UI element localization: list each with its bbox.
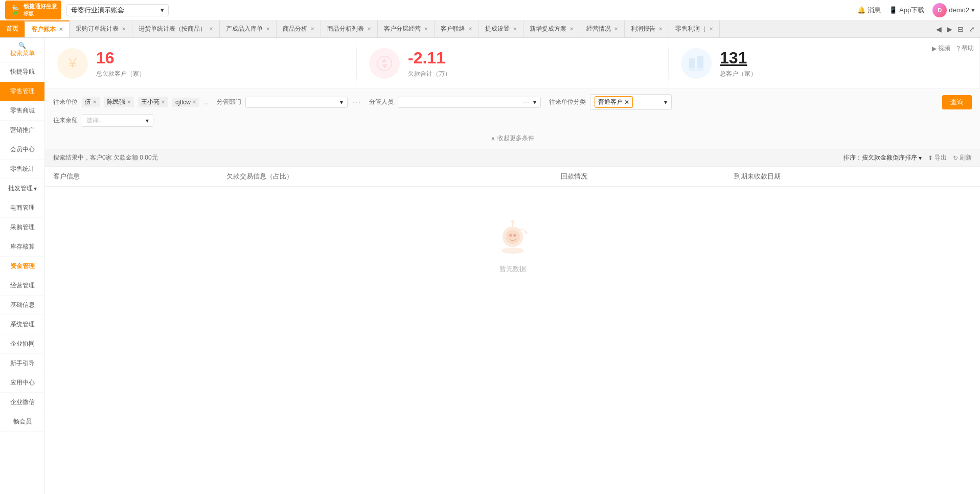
query-button[interactable]: 查询: [942, 95, 972, 109]
close-customer-type-tag[interactable]: ✕: [624, 99, 629, 106]
sidebar-item-retail-stats[interactable]: 零售统计: [0, 160, 44, 179]
tab-product-analysis[interactable]: 商品分析 ✕: [277, 20, 321, 38]
tab-production[interactable]: 产成品入库单 ✕: [220, 20, 277, 38]
close-tag-wang[interactable]: ✕: [161, 99, 165, 105]
user-label: demo2: [949, 6, 969, 14]
sidebar-search[interactable]: 🔍 搜索菜单: [0, 38, 44, 62]
tab-home[interactable]: 首页: [0, 20, 25, 38]
sidebar-item-basic-info[interactable]: 基础信息: [0, 296, 44, 315]
balance-select[interactable]: 选择... ▾: [82, 114, 153, 127]
message-btn[interactable]: 🔔 消息: [857, 6, 881, 15]
sidebar-item-app-center[interactable]: 应用中心: [0, 373, 44, 393]
tab-purchase-summary[interactable]: 采购订单统计表 ✕: [70, 20, 132, 38]
tab-expand-icon[interactable]: ⊟: [955, 24, 966, 34]
close-tab-production[interactable]: ✕: [266, 26, 270, 32]
balance-filter-label: 往来余额: [53, 116, 78, 125]
app-download-btn[interactable]: 📱 App下载: [889, 6, 924, 15]
product-analysis-tab-label: 商品分析: [283, 25, 307, 33]
propose-settings-tab-label: 提成设置: [485, 25, 510, 33]
tab-biz-status[interactable]: 经营情况 ✕: [580, 20, 625, 38]
logo-text: 畅捷通好生意: [24, 3, 57, 10]
sidebar-item-ecom-mgmt[interactable]: 电商管理: [0, 198, 44, 218]
help-btn[interactable]: ? 帮助: [956, 44, 974, 53]
sidebar-item-newbie[interactable]: 新手引导: [0, 354, 44, 373]
sidebar-item-biz-mgmt[interactable]: 经营管理: [0, 276, 44, 296]
close-tag-chen[interactable]: ✕: [127, 99, 131, 105]
close-tab-customer-segment[interactable]: ✕: [424, 26, 428, 32]
sidebar-item-enterprise[interactable]: 企业协同: [0, 334, 44, 354]
unit-class-filter-label: 往来单位分类: [549, 98, 586, 106]
close-tab-propose-settings[interactable]: ✕: [513, 26, 517, 32]
app-label: App下载: [899, 6, 924, 15]
sort-select[interactable]: 排序：按欠款金额倒序排序 ▾: [844, 153, 922, 162]
close-tab-retail-profit[interactable]: ✕: [709, 26, 713, 32]
tab-retail-profit[interactable]: 零售利润（ ✕: [669, 20, 720, 38]
filter-more-tags[interactable]: ...: [203, 99, 209, 106]
tab-propose-settings[interactable]: 提成设置 ✕: [479, 20, 523, 38]
close-tag-wu[interactable]: ✕: [93, 99, 97, 105]
col-overdue-info: 欠款交易信息（占比）: [218, 167, 553, 187]
manager-select[interactable]: ⋯ ▾: [398, 97, 541, 108]
close-tab-product-analysis[interactable]: ✕: [310, 26, 314, 32]
sidebar-item-purchase-mgmt[interactable]: 采购管理: [0, 218, 44, 237]
tab-add-proposal[interactable]: 新增提成方案 ✕: [523, 20, 580, 38]
svg-point-12: [511, 220, 514, 223]
svg-marker-1: [381, 58, 386, 62]
video-btn[interactable]: ▶ 视频: [932, 44, 950, 53]
filter-tag-chen[interactable]: 陈民强 ✕: [104, 97, 134, 107]
sidebar-item-finance-mgmt[interactable]: 资金管理: [0, 257, 44, 276]
results-summary: 搜索结果中，客户0家 欠款金额 0.00元: [53, 153, 158, 162]
sidebar-item-retail-shop[interactable]: 零售商城: [0, 101, 44, 121]
sidebar-item-retail-mgmt[interactable]: 零售管理: [0, 82, 44, 101]
close-tab-profit-report[interactable]: ✕: [658, 26, 663, 32]
sidebar-quick-nav[interactable]: 快捷导航: [0, 62, 44, 82]
filter-tag-cjttcw[interactable]: cjttcw ✕: [172, 98, 199, 107]
sidebar-item-member-center[interactable]: 会员中心: [0, 140, 44, 160]
tab-customer-segment[interactable]: 客户分层经营 ✕: [378, 20, 435, 38]
sidebar-item-enterprise-wx[interactable]: 企业微信: [0, 393, 44, 412]
export-btn[interactable]: ⬆ 导出: [928, 153, 947, 162]
tab-purchase-stats[interactable]: 进货单统计表（按商品） ✕: [132, 20, 220, 38]
sidebar-item-marketing[interactable]: 营销推广: [0, 121, 44, 140]
close-tab-product-analysis-list[interactable]: ✕: [367, 26, 371, 32]
filter-tag-wang[interactable]: 王小亮 ✕: [138, 97, 168, 107]
avatar: D: [932, 3, 947, 17]
empty-icon: [492, 217, 533, 258]
close-tab-add-proposal[interactable]: ✕: [569, 26, 574, 32]
svg-rect-4: [697, 56, 703, 69]
sidebar-label-inventory: 库存核算: [10, 243, 35, 250]
close-tab-biz-status[interactable]: ✕: [614, 26, 618, 32]
close-tab-purchase-stats[interactable]: ✕: [209, 26, 213, 32]
close-tab-accounts[interactable]: ✕: [59, 27, 63, 32]
customer-type-tag[interactable]: 普通客户 ✕: [595, 96, 633, 108]
sidebar-item-vip[interactable]: 畅会员: [0, 412, 44, 432]
tab-next-arrow[interactable]: ▶: [945, 24, 954, 34]
refresh-label: 刷新: [960, 153, 972, 162]
sidebar-item-inventory[interactable]: 库存核算: [0, 237, 44, 257]
tab-product-analysis-list[interactable]: 商品分析列表 ✕: [321, 20, 378, 38]
user-menu[interactable]: D demo2 ▾: [932, 3, 975, 17]
tab-prev-arrow[interactable]: ◀: [934, 24, 944, 34]
close-tag-cjttcw[interactable]: ✕: [192, 99, 196, 105]
account-selector[interactable]: 母婴行业演示账套 ▾: [66, 4, 169, 16]
filter-tag-wu[interactable]: 伍 ✕: [82, 97, 100, 107]
refresh-btn[interactable]: ↻ 刷新: [953, 153, 972, 162]
tab-profit-report[interactable]: 利润报告 ✕: [625, 20, 669, 38]
unit-class-select[interactable]: 普通客户 ✕ ▾: [590, 94, 672, 110]
tab-accounts[interactable]: 客户账本 ✕: [25, 20, 70, 38]
close-tab-purchase-summary[interactable]: ✕: [122, 26, 126, 32]
stat-label-total: 总客户（家）: [720, 70, 757, 78]
col-due-date: 到期未收款日期: [726, 167, 980, 187]
unit-filter-label: 往来单位: [53, 98, 78, 106]
tab-customer-contact[interactable]: 客户联络 ✕: [435, 20, 479, 38]
empty-state: 暂无数据: [45, 187, 980, 304]
dept-select[interactable]: ▾: [245, 97, 348, 108]
close-tab-customer-contact[interactable]: ✕: [468, 26, 472, 32]
sidebar-item-wholesale-mgmt[interactable]: 批发管理 ▾: [0, 179, 44, 198]
sidebar-item-sys-mgmt[interactable]: 系统管理: [0, 315, 44, 334]
collapse-filters-btn[interactable]: ∧ 收起更多条件: [53, 131, 972, 146]
collapse-label: 收起更多条件: [497, 134, 534, 143]
stat-value-overdue: -2.11: [408, 48, 451, 68]
tab-fullscreen-icon[interactable]: ⤢: [967, 24, 977, 34]
stat-card-overdue-customers: ¥ 16 总欠款客户（家）: [45, 38, 356, 88]
